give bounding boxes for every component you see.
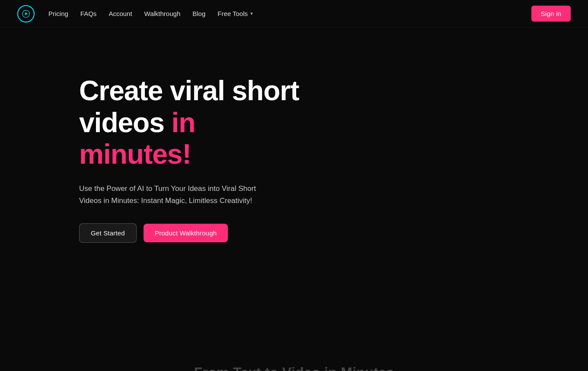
bottom-heading: From Text to Video in Minutes	[0, 365, 588, 371]
nav-link-account[interactable]: Account	[109, 10, 132, 17]
get-started-button[interactable]: Get Started	[79, 223, 137, 243]
nav-links: Pricing FAQs Account Walkthrough Blog Fr…	[48, 10, 254, 18]
hero-subtext: Use the Power of AI to Turn Your Ideas i…	[79, 183, 269, 207]
bottom-section: From Text to Video in Minutes	[0, 339, 588, 371]
sign-in-button[interactable]: Sign in	[531, 6, 571, 22]
navbar: Pricing FAQs Account Walkthrough Blog Fr…	[0, 0, 588, 28]
nav-item-blog[interactable]: Blog	[192, 10, 205, 18]
chevron-down-icon: ▼	[249, 11, 254, 16]
hero-section: Create viral short videos in minutes! Us…	[0, 28, 588, 321]
nav-link-blog[interactable]: Blog	[192, 10, 205, 17]
nav-link-faqs[interactable]: FAQs	[80, 10, 97, 17]
hero-buttons: Get Started Product Walkthrough	[79, 223, 588, 243]
nav-link-free-tools[interactable]: Free Tools ▼	[217, 10, 254, 17]
navbar-left: Pricing FAQs Account Walkthrough Blog Fr…	[17, 5, 254, 22]
product-walkthrough-button[interactable]: Product Walkthrough	[144, 224, 228, 242]
nav-item-pricing[interactable]: Pricing	[48, 10, 68, 18]
nav-item-free-tools[interactable]: Free Tools ▼	[217, 10, 254, 17]
nav-link-pricing[interactable]: Pricing	[48, 10, 68, 17]
nav-link-walkthrough[interactable]: Walkthrough	[144, 10, 181, 17]
svg-marker-1	[25, 12, 28, 15]
nav-item-faqs[interactable]: FAQs	[80, 10, 97, 18]
nav-item-account[interactable]: Account	[109, 10, 132, 18]
nav-item-walkthrough[interactable]: Walkthrough	[144, 10, 181, 18]
logo[interactable]	[17, 5, 35, 22]
hero-heading: Create viral short videos in minutes!	[79, 75, 304, 171]
